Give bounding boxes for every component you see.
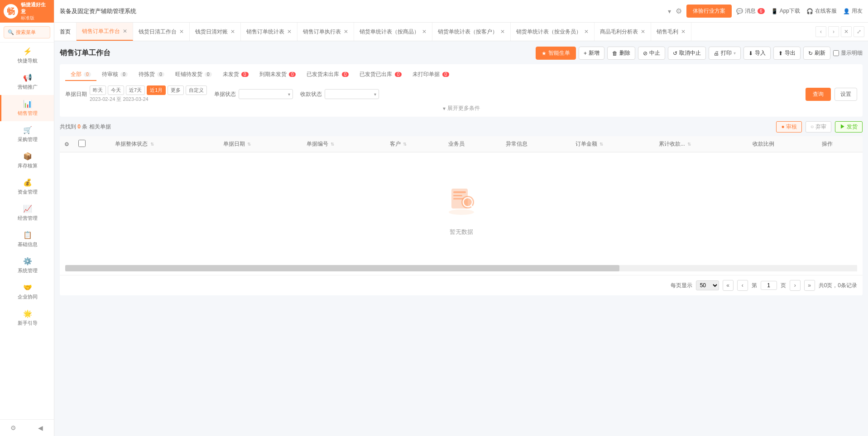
- col-settings[interactable]: ⚙: [60, 136, 74, 152]
- tab-product-margin[interactable]: 商品毛利分析表 ✕: [595, 23, 651, 41]
- sidebar-settings-button[interactable]: ⚙: [0, 420, 27, 436]
- date-yesterday-button[interactable]: 昨天: [90, 85, 106, 95]
- export-button[interactable]: ⬆ 导出: [773, 47, 801, 60]
- tabs-scroll-right-button[interactable]: ›: [828, 26, 839, 37]
- tab-close-sales-gross[interactable]: ✕: [681, 28, 686, 35]
- last-page-button[interactable]: »: [804, 280, 815, 291]
- audit-button[interactable]: ● 审核: [776, 121, 802, 133]
- sort-amount-icon[interactable]: ⇅: [599, 142, 603, 147]
- tab-close-sales-summary-customer[interactable]: ✕: [500, 28, 505, 35]
- print-button[interactable]: 🖨 打印 ▾: [709, 47, 741, 60]
- select-all-checkbox[interactable]: [78, 140, 86, 147]
- show-detail-checkbox[interactable]: [833, 50, 839, 56]
- scrollbar-thumb[interactable]: [65, 265, 619, 271]
- tab-sales-exec[interactable]: 销售订单执行表 ✕: [297, 23, 354, 41]
- tab-sales-workbench[interactable]: 销售订单工作台 ✕: [77, 23, 133, 41]
- filter-settings-button[interactable]: 设置: [834, 88, 857, 101]
- tab-close-sales-summary-staff[interactable]: ✕: [584, 28, 589, 35]
- sort-number-icon[interactable]: ⇅: [331, 142, 334, 147]
- tab-close-cash-reconcile[interactable]: ✕: [230, 28, 235, 35]
- sidebar-item-basic[interactable]: 📋 基础信息: [0, 226, 54, 252]
- sidebar: 畅 畅捷通好生意 标准版 🔍 搜索菜单 ⚡ 快捷导航 📢 营销推广 📊 销售管理…: [0, 0, 54, 436]
- date-7days-button[interactable]: 近7天: [126, 85, 145, 95]
- tab-close-sales-workbench[interactable]: ✕: [123, 28, 127, 34]
- tab-cash-reconcile[interactable]: 钱货日清对账 ✕: [190, 23, 241, 41]
- filter-tab-wangpu[interactable]: 旺铺待发货 0: [170, 69, 217, 81]
- app-download-button[interactable]: 📱 App下载: [771, 7, 800, 15]
- tab-sales-stats[interactable]: 销售订单统计表 ✕: [241, 23, 297, 41]
- messages-button[interactable]: 💬 消息 6: [736, 7, 765, 15]
- add-button[interactable]: + 新增: [579, 47, 604, 60]
- horizontal-scrollbar[interactable]: [65, 265, 857, 271]
- cancel-audit-button[interactable]: ○ 弃审: [806, 121, 831, 133]
- expand-more-button[interactable]: ▾ 展开更多条件: [65, 103, 857, 112]
- date-today-button[interactable]: 今天: [108, 85, 124, 95]
- date-1month-button[interactable]: 近1月: [147, 85, 166, 95]
- sort-customer-icon[interactable]: ⇅: [403, 142, 407, 147]
- tab-close-product-margin[interactable]: ✕: [641, 28, 645, 35]
- tab-close-cash-daily[interactable]: ✕: [179, 28, 184, 35]
- ship-button[interactable]: ▶ 发货: [835, 121, 863, 133]
- cancel-suspend-button[interactable]: ↺ 取消中止: [668, 47, 706, 60]
- sidebar-item-guide[interactable]: 🌟 新手引导: [0, 305, 54, 331]
- search-menu-button[interactable]: 🔍 搜索菜单: [4, 26, 50, 38]
- col-exception: 异常信息: [501, 136, 571, 152]
- prev-page-button[interactable]: ‹: [737, 280, 748, 291]
- filter-tab-pending-audit[interactable]: 待审核 0: [96, 69, 133, 81]
- import-button[interactable]: ⬇ 导入: [743, 47, 771, 60]
- sidebar-collapse-button[interactable]: ◀: [27, 420, 54, 436]
- sidebar-item-system[interactable]: ⚙️ 系统管理: [0, 252, 54, 279]
- filter-tab-all[interactable]: 全部 0: [65, 69, 96, 81]
- page-size-select[interactable]: 50 10 20 100: [696, 280, 719, 290]
- tab-close-sales-exec[interactable]: ✕: [344, 28, 348, 35]
- online-service-button[interactable]: 🎧 在线客服: [806, 7, 837, 15]
- next-page-button[interactable]: ›: [790, 280, 801, 291]
- filter-tab-shipped-warehoused[interactable]: 已发货已出库 0: [354, 69, 407, 81]
- filter-tab-unprinted[interactable]: 未打印单据 0: [407, 69, 455, 81]
- system-dropdown-icon[interactable]: ▾: [668, 8, 671, 15]
- ship-icon: ▶: [840, 123, 845, 130]
- payment-select[interactable]: [325, 89, 379, 99]
- sidebar-quick-nav[interactable]: ⚡ 快捷导航: [0, 43, 54, 69]
- tab-sales-summary-customer[interactable]: 销货单统计表（按客户） ✕: [432, 23, 511, 41]
- tabs-expand-button[interactable]: ⤢: [854, 26, 864, 37]
- date-custom-button[interactable]: 自定义: [186, 85, 207, 95]
- empty-state: 暂无数据: [60, 152, 863, 263]
- sidebar-item-marketing[interactable]: 📢 营销推广: [0, 69, 54, 95]
- sidebar-item-enterprise[interactable]: 🤝 企业协同: [0, 279, 54, 305]
- filter-tab-unshipped[interactable]: 未发货 0: [217, 69, 254, 81]
- delete-button[interactable]: 🗑 删除: [607, 47, 635, 60]
- date-more-button[interactable]: 更多: [168, 85, 184, 95]
- query-button[interactable]: 查询: [806, 88, 831, 101]
- sort-status-icon[interactable]: ⇅: [150, 142, 154, 147]
- sidebar-item-purchase[interactable]: 🛒 采购管理: [0, 121, 54, 147]
- tab-close-sales-summary-product[interactable]: ✕: [422, 28, 427, 35]
- status-select[interactable]: [239, 89, 293, 99]
- tab-sales-summary-product[interactable]: 销货单统计表（按商品） ✕: [354, 23, 432, 41]
- tab-close-sales-stats[interactable]: ✕: [287, 28, 292, 35]
- tab-sales-summary-staff[interactable]: 销货单统计表（按业务员） ✕: [511, 23, 595, 41]
- tabs-scroll-left-button[interactable]: ‹: [815, 26, 826, 37]
- smart-create-button[interactable]: ★ 智能生单: [536, 47, 576, 60]
- sidebar-item-finance[interactable]: 💰 资金管理: [0, 174, 54, 200]
- suspend-button[interactable]: ⊘ 中止: [638, 47, 665, 60]
- sidebar-item-sales[interactable]: 📊 销售管理: [0, 95, 54, 121]
- filter-tab-expired-unshipped[interactable]: 到期未发货 0: [254, 69, 302, 81]
- refresh-button[interactable]: ↻ 刷新: [803, 47, 830, 60]
- page-number-input[interactable]: [761, 281, 777, 290]
- sort-date-icon[interactable]: ⇅: [247, 142, 251, 147]
- tab-sales-gross[interactable]: 销售毛利 ✕: [651, 23, 691, 41]
- tab-cash-daily[interactable]: 钱货日清工作台 ✕: [133, 23, 190, 41]
- sidebar-item-inventory[interactable]: 📦 库存核算: [0, 147, 54, 174]
- user-menu-button[interactable]: 👤 用友: [843, 7, 863, 15]
- sort-collected-icon[interactable]: ⇅: [687, 142, 691, 147]
- sidebar-item-operations[interactable]: 📈 经营管理: [0, 200, 54, 226]
- filter-tab-pending-inspect[interactable]: 待拣货 0: [133, 69, 170, 81]
- show-detail-label[interactable]: 显示明细: [833, 49, 863, 57]
- filter-tab-shipped-not-warehoused[interactable]: 已发货未出库 0: [301, 69, 354, 81]
- topbar-settings-icon[interactable]: ⚙: [676, 7, 682, 15]
- tab-home[interactable]: 首页: [54, 23, 77, 41]
- industry-solution-button[interactable]: 体验行业方案: [686, 5, 732, 18]
- tabs-close-all-button[interactable]: ✕: [841, 26, 852, 37]
- first-page-button[interactable]: «: [723, 280, 734, 291]
